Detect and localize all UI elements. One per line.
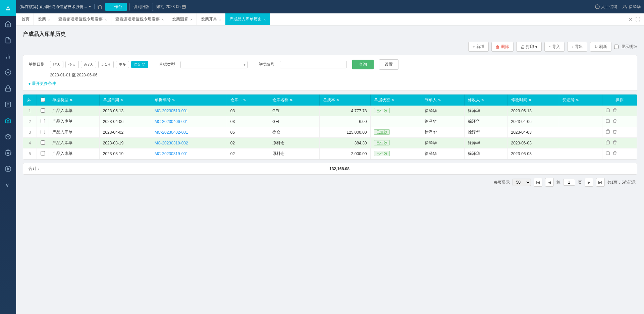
delete-row-icon[interactable] xyxy=(612,119,617,124)
tab-home[interactable]: 首页 xyxy=(17,13,34,25)
tab-sales-vat[interactable]: 查看销项增值税专用发票 × xyxy=(54,13,111,25)
cell-checkbox[interactable] xyxy=(37,138,49,148)
th-cost[interactable]: 总成本⇅ xyxy=(320,95,370,106)
workbench-button[interactable]: 工作台 xyxy=(105,3,127,11)
tab-purchase-vat[interactable]: 查看进项增值税专用发票 × xyxy=(111,13,168,25)
per-page-select[interactable]: 50 100 xyxy=(513,179,531,186)
page-number-input[interactable] xyxy=(563,179,575,186)
cell-checkbox[interactable] xyxy=(37,148,49,159)
next-page-button[interactable]: ▶ xyxy=(585,178,593,187)
service-link[interactable]: 人工咨询 xyxy=(595,4,617,10)
edit-icon[interactable] xyxy=(606,151,610,156)
sidebar-item-invoice[interactable] xyxy=(0,32,16,48)
sidebar-item-money[interactable] xyxy=(0,64,16,80)
tab-calc[interactable]: 发票测算 × xyxy=(168,13,197,25)
delete-row-icon[interactable] xyxy=(612,129,617,135)
th-voucher[interactable]: 凭证号⇅ xyxy=(559,95,602,106)
edit-icon[interactable] xyxy=(606,108,610,114)
sidebar-item-warehouse[interactable] xyxy=(0,113,16,129)
th-warehouse-name[interactable]: 仓库名称⇅ xyxy=(269,95,319,106)
prev-page-button[interactable]: ◀ xyxy=(545,178,554,187)
sidebar: V xyxy=(0,0,16,314)
tab-invoice[interactable]: 发票 × xyxy=(34,13,54,25)
tab-calc-close[interactable]: × xyxy=(190,17,192,21)
delete-row-icon[interactable] xyxy=(612,151,617,156)
tab-sales-vat-close[interactable]: × xyxy=(105,17,107,21)
th-modifier[interactable]: 修改人⇅ xyxy=(464,95,507,106)
edit-icon[interactable] xyxy=(606,140,610,146)
edit-icon[interactable] xyxy=(606,119,610,124)
cell-cost: 125,000.00 xyxy=(320,127,370,138)
delete-button[interactable]: 🗑 删除 xyxy=(491,42,514,52)
cell-number[interactable]: MC-20230513-001 xyxy=(151,106,227,116)
th-warehouse-code[interactable]: 仓库...⇅ xyxy=(227,95,269,106)
edit-icon[interactable] xyxy=(606,129,610,135)
tab-purchase-vat-close[interactable]: × xyxy=(162,17,164,21)
cell-warehouse-code: 02 xyxy=(227,148,269,159)
th-date[interactable]: 单据日期⇅ xyxy=(99,95,151,106)
quick-custom[interactable]: 自定义 xyxy=(131,61,148,68)
quick-more[interactable]: 更多 xyxy=(116,61,129,68)
cell-date: 2023-03-19 xyxy=(99,138,151,148)
delete-row-icon[interactable] xyxy=(612,108,617,114)
export-button[interactable]: ↓ 导出 xyxy=(567,42,587,52)
sidebar-item-settings[interactable] xyxy=(0,145,16,161)
show-detail-input[interactable] xyxy=(614,45,619,49)
tab-product-in-close[interactable]: × xyxy=(264,17,266,21)
svg-rect-20 xyxy=(606,109,609,112)
th-creator[interactable]: 制单人⇅ xyxy=(421,95,464,106)
sidebar-item-lock[interactable] xyxy=(0,80,16,97)
sidebar-item-box[interactable] xyxy=(0,129,16,145)
last-page-button[interactable]: ▶| xyxy=(596,178,605,187)
quick-yesterday[interactable]: 昨天 xyxy=(50,61,63,68)
th-type[interactable]: 单据类型⇅ xyxy=(49,95,99,106)
svg-rect-6 xyxy=(6,88,11,91)
tab-open-close[interactable]: × xyxy=(219,17,221,21)
new-button[interactable]: + 新增 xyxy=(468,42,489,52)
import-button[interactable]: ↑ 导入 xyxy=(544,42,565,52)
switch-button[interactable]: 切到旧版 xyxy=(129,3,153,11)
close-all-icon[interactable]: ✕ xyxy=(629,17,633,22)
cell-number[interactable]: MC-20230319-001 xyxy=(151,148,227,159)
refresh-button[interactable]: ↻ 刷新 xyxy=(590,42,611,52)
cell-date: 2023-04-06 xyxy=(99,116,151,127)
tab-invoice-close[interactable]: × xyxy=(48,17,50,21)
type-filter-input[interactable] xyxy=(180,61,248,68)
sidebar-item-home[interactable] xyxy=(0,16,16,32)
company-selector[interactable]: (库存核算) 直播轻纯通信息技术股份... xyxy=(19,4,92,10)
query-button[interactable]: 查询 xyxy=(352,60,374,69)
tab-product-in[interactable]: 产成品入库单历史 × xyxy=(225,13,270,25)
th-status[interactable]: 单据状态⇅ xyxy=(370,95,421,106)
sidebar-item-doc[interactable] xyxy=(0,97,16,113)
expand-more-btn[interactable]: ▾ 展开更多条件 xyxy=(29,81,632,86)
cell-checkbox[interactable] xyxy=(37,106,49,116)
th-checkbox[interactable] xyxy=(37,95,49,106)
setting-button[interactable]: 设置 xyxy=(379,59,398,70)
show-detail-checkbox[interactable]: 显示明细 xyxy=(614,44,637,50)
cell-number[interactable]: MC-20230406-001 xyxy=(151,116,227,127)
delete-row-icon[interactable] xyxy=(612,140,617,146)
cell-checkbox[interactable] xyxy=(37,127,49,138)
print-button[interactable]: 🖨 打印 ▾ xyxy=(516,42,542,52)
first-page-button[interactable]: |◀ xyxy=(534,178,542,187)
sidebar-item-chart[interactable] xyxy=(0,48,16,64)
cell-number[interactable]: MC-20230319-002 xyxy=(151,138,227,148)
sidebar-item-v[interactable]: V xyxy=(0,177,16,193)
period-selector[interactable]: 账期 2023-05 xyxy=(156,4,186,10)
user-info[interactable]: 徐泽华 xyxy=(623,4,641,10)
th-number[interactable]: 单据编号⇅ xyxy=(151,95,227,106)
th-modify-time[interactable]: 修改时间⇅ xyxy=(507,95,559,106)
cell-actions xyxy=(602,148,637,159)
th-settings[interactable] xyxy=(23,95,37,106)
quick-1month[interactable]: 近1月 xyxy=(98,61,114,68)
quick-today[interactable]: 今天 xyxy=(65,61,79,68)
fullscreen-icon[interactable]: ⛶ xyxy=(635,17,640,22)
cell-checkbox[interactable] xyxy=(37,116,49,127)
cell-number[interactable]: MC-20230402-001 xyxy=(151,127,227,138)
total-value: 132,168.08 xyxy=(47,167,632,171)
quick-7days[interactable]: 近7天 xyxy=(81,61,96,68)
sidebar-item-play[interactable] xyxy=(0,161,16,177)
tab-open[interactable]: 发票开具 × xyxy=(197,13,225,25)
select-all-checkbox[interactable] xyxy=(41,98,45,102)
number-filter-input[interactable] xyxy=(280,61,347,68)
